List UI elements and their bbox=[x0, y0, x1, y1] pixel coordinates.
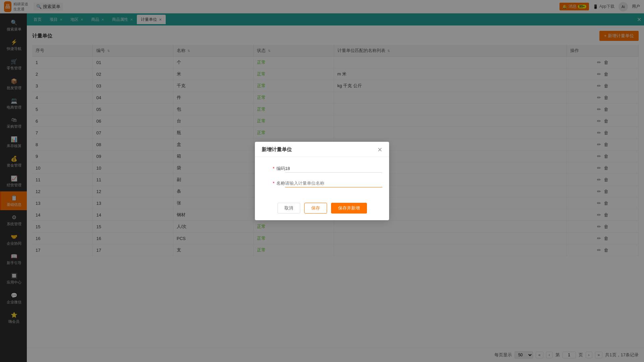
save-button[interactable]: 保存 bbox=[304, 203, 327, 214]
modal-header: 新增计量单位 ✕ bbox=[255, 142, 389, 157]
name-required: * bbox=[273, 181, 274, 186]
add-unit-modal: 新增计量单位 ✕ * 编码 * 名称 取消 保存 保存并新增 bbox=[255, 142, 389, 220]
modal-title: 新增计量单位 bbox=[262, 146, 292, 153]
name-input[interactable] bbox=[285, 179, 382, 187]
modal-close-button[interactable]: ✕ bbox=[377, 147, 382, 153]
code-form-row: * 编码 bbox=[262, 165, 382, 173]
modal-overlay: 新增计量单位 ✕ * 编码 * 名称 取消 保存 保存并新增 bbox=[0, 0, 644, 362]
save-and-new-button[interactable]: 保存并新增 bbox=[331, 203, 367, 214]
cancel-button[interactable]: 取消 bbox=[277, 203, 300, 214]
modal-footer: 取消 保存 保存并新增 bbox=[255, 199, 389, 220]
modal-body: * 编码 * 名称 bbox=[255, 157, 389, 199]
code-input[interactable] bbox=[285, 165, 382, 173]
name-form-row: * 名称 bbox=[262, 179, 382, 187]
code-required: * bbox=[273, 166, 274, 171]
code-label: * 编码 bbox=[262, 166, 285, 172]
name-label: * 名称 bbox=[262, 180, 285, 186]
